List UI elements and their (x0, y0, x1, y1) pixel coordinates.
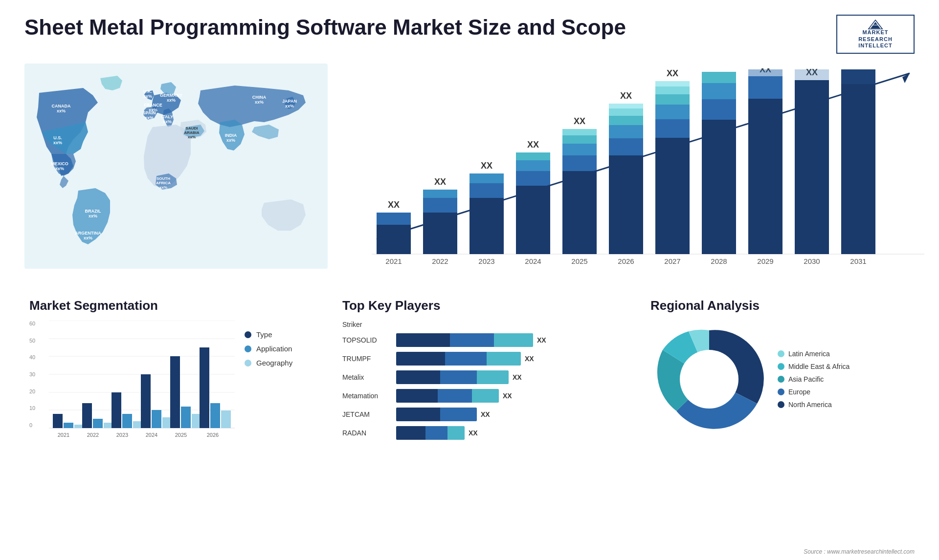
player-name-topsolid: TOPSOLID (342, 336, 391, 344)
bar-seg3 (447, 426, 465, 440)
svg-text:2022: 2022 (432, 257, 448, 265)
segmentation-title: Market Segmentation (29, 298, 323, 313)
header: Sheet Metal Programming Software Market … (24, 15, 915, 54)
svg-text:xx%: xx% (188, 135, 196, 139)
legend-application: Application (245, 345, 292, 353)
svg-rect-58 (562, 155, 597, 171)
svg-text:xx%: xx% (57, 108, 66, 113)
svg-rect-46 (470, 198, 504, 254)
svg-text:XX: XX (527, 140, 539, 150)
segmentation-chart: 2021 2022 2023 2024 2025 2026 (49, 321, 235, 443)
svg-rect-53 (516, 160, 550, 171)
svg-text:xx%: xx% (167, 98, 176, 103)
svg-rect-51 (516, 186, 550, 254)
y-axis-50: 50 (29, 338, 35, 344)
svg-text:JAPAN: JAPAN (282, 99, 297, 104)
dot-europe (778, 388, 784, 395)
player-bar-trumpf-container: XX (396, 352, 631, 366)
svg-text:xx%: xx% (285, 104, 294, 108)
bar-seg3 (494, 333, 533, 347)
svg-rect-118 (152, 410, 161, 428)
svg-rect-75 (655, 94, 690, 105)
player-bar-xx-trumpf: XX (525, 355, 534, 363)
svg-rect-68 (609, 108, 643, 116)
bar-chart-section: XX 2021 XX 2022 XX 2023 (337, 64, 939, 283)
dot-asia-pacific (778, 376, 784, 383)
map-section: CANADA xx% U.S. xx% MEXICO xx% BRAZIL xx… (24, 64, 328, 283)
player-bar-xx-topsolid: XX (537, 336, 546, 344)
bar-seg3 (487, 352, 521, 366)
svg-text:SAUDI: SAUDI (186, 126, 198, 130)
bar-seg2 (450, 333, 494, 347)
page-title: Sheet Metal Programming Software Market … (24, 15, 626, 41)
legend-asia-pacific: Asia Pacific (778, 375, 850, 383)
player-row-metamation: Metamation XX (342, 389, 631, 403)
svg-text:SOUTH: SOUTH (156, 176, 170, 181)
player-bar-topsolid-container: XX (396, 333, 631, 347)
y-axis-10: 10 (29, 405, 35, 411)
player-bar-jetcam (396, 408, 477, 421)
legend-application-label: Application (256, 345, 292, 353)
svg-text:2026: 2026 (618, 257, 634, 265)
svg-text:XX: XX (434, 177, 446, 187)
segmentation-section: Market Segmentation 60 50 40 30 20 10 0 (24, 293, 328, 450)
svg-rect-99 (795, 69, 829, 80)
svg-rect-64 (609, 155, 643, 254)
svg-rect-92 (795, 80, 829, 254)
y-axis-0: 0 (29, 422, 35, 428)
svg-text:ARABIA: ARABIA (184, 130, 199, 135)
svg-text:U.S.: U.S. (53, 135, 62, 140)
regional-legend: Latin America Middle East & Africa Asia … (778, 350, 850, 409)
svg-text:AFRICA: AFRICA (156, 181, 171, 185)
svg-rect-114 (112, 392, 121, 428)
player-bar-radan (396, 426, 465, 440)
legend-geography-dot (245, 360, 251, 366)
svg-text:2028: 2028 (711, 257, 727, 265)
bar-seg2 (445, 352, 487, 366)
y-axis-40: 40 (29, 354, 35, 360)
player-row-radan: RADAN XX (342, 426, 631, 440)
svg-text:2024: 2024 (525, 257, 541, 265)
legend-north-america: North America (778, 401, 850, 409)
svg-point-132 (680, 350, 738, 409)
svg-text:xx%: xx% (145, 115, 154, 120)
svg-text:CHINA: CHINA (252, 95, 267, 100)
player-row-jetcam: JETCAM XX (342, 408, 631, 421)
segmentation-legend: Type Application Geography (245, 321, 292, 367)
svg-text:2021: 2021 (385, 257, 402, 265)
svg-text:U.K.: U.K. (143, 89, 152, 94)
legend-latin-america: Latin America (778, 350, 850, 358)
donut-area: Latin America Middle East & Africa Asia … (650, 321, 939, 438)
svg-rect-124 (210, 403, 220, 428)
svg-rect-37 (377, 225, 411, 254)
regional-title: Regional Analysis (650, 298, 939, 313)
logo-icon (866, 20, 885, 29)
svg-text:xx%: xx% (255, 100, 264, 105)
logo-text: MARKET RESEARCH INTELLECT (858, 29, 893, 49)
svg-rect-65 (609, 138, 643, 155)
svg-text:FRANCE: FRANCE (144, 103, 162, 108)
svg-text:BRAZIL: BRAZIL (85, 209, 101, 214)
player-row-trumpf: TRUMPF XX (342, 352, 631, 366)
svg-rect-117 (141, 374, 151, 428)
svg-rect-67 (609, 116, 643, 125)
svg-rect-109 (64, 423, 73, 428)
svg-text:xx%: xx% (143, 94, 152, 99)
svg-rect-88 (748, 99, 782, 254)
svg-text:xx%: xx% (159, 185, 167, 190)
svg-text:2026: 2026 (207, 432, 219, 438)
players-list: Striker TOPSOLID XX (342, 321, 631, 440)
svg-text:xx%: xx% (53, 140, 62, 145)
donut-chart (650, 321, 768, 438)
label-latin-america: Latin America (788, 350, 830, 358)
player-name-metalix: Metalix (342, 373, 391, 381)
player-bar-metalix (396, 370, 509, 384)
svg-rect-95 (841, 69, 875, 254)
player-bar-metamation (396, 389, 499, 403)
source-text: Source : www.marketresearchintellect.com (804, 548, 915, 555)
svg-text:2022: 2022 (87, 432, 99, 438)
bar-seg1 (396, 370, 440, 384)
dot-latin-america (778, 350, 784, 357)
player-name-jetcam: JETCAM (342, 410, 391, 418)
y-axis-60: 60 (29, 321, 35, 326)
